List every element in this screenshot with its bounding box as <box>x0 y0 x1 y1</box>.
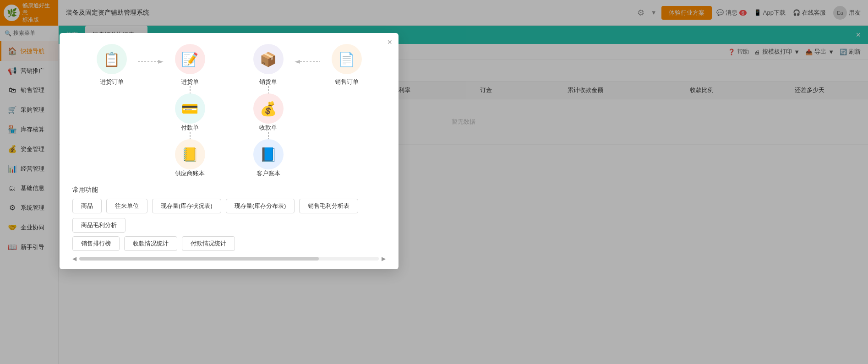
func-btns-row1: 商品 往来单位 现存量(库存状况表) 现存量(库存分布表) 销售毛利分析表 商品… <box>72 199 386 233</box>
common-funcs-title: 常用功能 <box>72 186 386 194</box>
flow-node-payment-out[interactable]: 💳 付款单 <box>151 93 229 132</box>
func-btn-stock-status[interactable]: 现存量(库存状况表) <box>152 199 221 213</box>
flow-node-purchase-order[interactable]: 📋 进货订单 <box>72 44 151 86</box>
flow-node-payment-in[interactable]: 💰 收款单 <box>229 93 307 132</box>
func-btn-payment-stats[interactable]: 付款情况统计 <box>182 236 235 251</box>
quick-nav-modal: × 📋 进货订单 📝 进货单 📦 销货单 <box>60 33 399 269</box>
func-btn-product-profit[interactable]: 商品毛利分析 <box>72 218 126 233</box>
payment-in-label: 收款单 <box>259 124 277 132</box>
flow-node-purchase[interactable]: 📝 进货单 <box>151 44 229 86</box>
purchase-order-icon: 📋 <box>97 44 127 74</box>
sales-label: 销货单 <box>259 78 277 86</box>
sales-icon: 📦 <box>253 44 284 74</box>
customer-ledger-label: 客户账本 <box>257 169 280 178</box>
func-btns-row2: 销售排行榜 收款情况统计 付款情况统计 <box>72 236 386 251</box>
sales-order-icon: 📄 <box>332 44 362 74</box>
svg-marker-1 <box>158 60 164 64</box>
common-funcs-section: 常用功能 商品 往来单位 现存量(库存状况表) 现存量(库存分布表) 销售毛利分… <box>72 186 386 251</box>
flow-node-customer-ledger[interactable]: 📘 客户账本 <box>229 139 307 178</box>
func-btn-sales-profit[interactable]: 销售毛利分析表 <box>299 199 358 213</box>
modal-close-button[interactable]: × <box>387 38 392 47</box>
modal-scrollbar: ◀ ▶ <box>72 255 386 262</box>
scrollbar-thumb <box>79 257 319 261</box>
purchase-label: 进货单 <box>181 78 199 86</box>
supplier-ledger-label: 供应商账本 <box>175 169 205 178</box>
payment-out-label: 付款单 <box>181 124 199 132</box>
func-btn-stock-dist[interactable]: 现存量(库存分布表) <box>226 199 295 213</box>
flow-node-sales-order[interactable]: 📄 销售订单 <box>307 44 386 86</box>
func-btn-receipt-stats[interactable]: 收款情况统计 <box>124 236 177 251</box>
purchase-order-label: 进货订单 <box>100 78 124 86</box>
func-btn-sales-rank[interactable]: 销售排行榜 <box>72 236 120 251</box>
svg-marker-3 <box>295 60 300 64</box>
scrollbar-right-arrow[interactable]: ▶ <box>382 255 386 262</box>
sales-order-label: 销售订单 <box>335 78 359 86</box>
scrollbar-left-arrow[interactable]: ◀ <box>72 255 76 262</box>
flow-node-supplier-ledger[interactable]: 📒 供应商账本 <box>151 139 229 178</box>
func-btn-party[interactable]: 往来单位 <box>106 199 147 213</box>
scrollbar-track[interactable] <box>79 257 379 261</box>
flow-node-sales[interactable]: 📦 销货单 <box>229 44 307 86</box>
purchase-icon: 📝 <box>175 44 205 74</box>
func-btn-product[interactable]: 商品 <box>72 199 102 213</box>
